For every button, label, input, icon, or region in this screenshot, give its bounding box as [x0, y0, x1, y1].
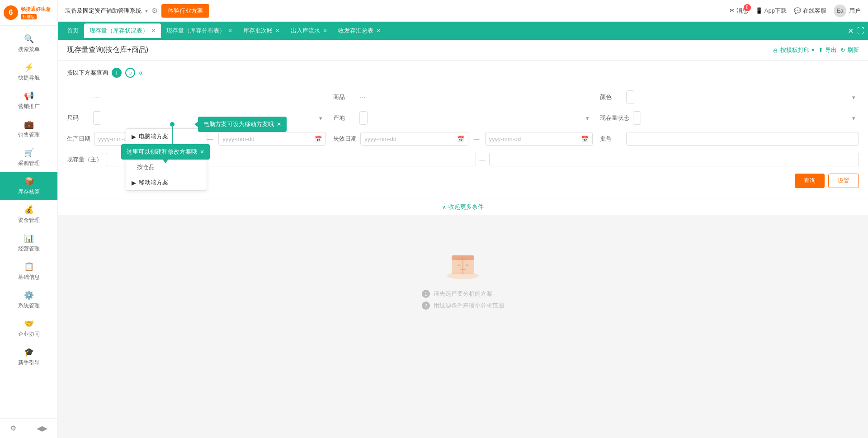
origin-label: 产地	[333, 114, 356, 122]
batch-label: 批号	[600, 135, 623, 143]
tab-home[interactable]: 首页	[61, 27, 84, 35]
export-btn[interactable]: ⬆ 导出	[818, 46, 837, 54]
product-label: 商品	[333, 93, 356, 101]
sidebar-bottom: ⚙ ◀▶	[0, 418, 57, 438]
tab-close-1[interactable]: ✕	[228, 28, 232, 34]
sidebar-item-purchase[interactable]: 🛒 采购管理	[0, 143, 57, 172]
user-menu[interactable]: Ea 用户	[834, 5, 861, 17]
filter-origin: 产地	[333, 111, 592, 125]
connector-line	[172, 127, 173, 145]
color-select[interactable]	[626, 90, 634, 104]
sidebar-item-quicknav[interactable]: ⚡ 快捷导航	[0, 58, 57, 86]
online-service-btn[interactable]: 💬 在线客服	[794, 7, 826, 15]
sidebar-item-inventory[interactable]: 📦 库存核算	[0, 172, 57, 200]
print-icon: 🖨	[773, 47, 778, 53]
sidebar-item-search[interactable]: 🔍 搜索菜单	[0, 29, 57, 58]
message-btn[interactable]: ✉ 消息 8	[730, 7, 748, 15]
tooltip-close-top[interactable]: ✕	[277, 121, 281, 127]
settings-gear-icon[interactable]: ⚙	[151, 6, 158, 15]
empty-state: 1 请先选择要分析的方案 2 用过滤条件来缩小分析范围	[58, 215, 868, 337]
sidebar-item-marketing[interactable]: 📢 营销推广	[0, 86, 57, 115]
filter-exp-date: 失效日期 yyyy-mm-dd 📅 — yyyy-mm-dd 📅	[333, 132, 592, 146]
tab-batch-ledger[interactable]: 库存批次账 ✕	[238, 24, 285, 38]
mfg-date-label: 生产日期	[67, 135, 90, 143]
sidebar-item-operations[interactable]: 📊 经营管理	[0, 229, 57, 257]
sidebar-item-finance[interactable]: 💰 资金管理	[0, 200, 57, 229]
tooltip-create-scheme-wrapper: 这里可以创建和修改方案哦 ✕	[121, 144, 210, 160]
print-btn[interactable]: 🖨 按模板打印 ▾	[773, 46, 815, 54]
system-icon: ⚙️	[24, 290, 34, 300]
connector-dot-top	[170, 122, 175, 127]
sidebar-item-basicinfo[interactable]: 📋 基础信息	[0, 257, 57, 286]
batch-input[interactable]	[626, 132, 859, 146]
svg-rect-4	[458, 258, 468, 260]
close-all-tabs-icon[interactable]: ✕	[848, 27, 854, 35]
origin-select[interactable]	[359, 111, 368, 125]
basicinfo-icon: 📋	[24, 262, 34, 272]
tooltip-pc-to-mobile-wrapper: 电脑方案可设为移动方案哦 ✕	[198, 117, 287, 132]
stock-status-select[interactable]	[633, 111, 641, 125]
sidebar-item-sales[interactable]: 💼 销售管理	[0, 115, 57, 143]
sidebar-item-guide[interactable]: 🎓 新手引导	[0, 343, 57, 371]
empty-steps: 1 请先选择要分析的方案 2 用过滤条件来缩小分析范围	[422, 290, 504, 310]
tab-close-2[interactable]: ✕	[275, 28, 280, 34]
tab-summary[interactable]: 收发存汇总表 ✕	[333, 24, 386, 38]
edit-scheme-btn[interactable]: ○	[125, 68, 135, 78]
refresh-btn[interactable]: ↻ 刷新	[840, 46, 859, 54]
reset-btn[interactable]: 设置	[828, 174, 859, 188]
product-dots[interactable]: ···	[359, 93, 365, 101]
tab-close-3[interactable]: ✕	[323, 28, 327, 34]
system-dropdown-icon[interactable]: ▾	[145, 8, 148, 14]
add-scheme-btn[interactable]: +	[112, 68, 122, 78]
mfg-date-to[interactable]: yyyy-mm-dd 📅	[218, 132, 326, 146]
filter-row-2: 尺码 产地	[67, 108, 859, 128]
finance-icon: 💰	[24, 205, 34, 215]
exp-date-from[interactable]: yyyy-mm-dd 📅	[360, 132, 468, 146]
tab-inventory-status[interactable]: 现存量（库存状况表） ✕	[84, 24, 161, 38]
tab-flow[interactable]: 出入库流水 ✕	[285, 24, 333, 38]
back-btn[interactable]: «	[139, 69, 143, 77]
tab-inventory-dist[interactable]: 现存量（库存分布表） ✕	[161, 24, 238, 38]
collapse-icon: ∧	[442, 204, 447, 211]
empty-box-svg	[440, 242, 486, 283]
scheme-item-pc[interactable]: ▶ 电脑端方案	[126, 129, 207, 144]
fullscreen-icon[interactable]: ⛶	[857, 27, 864, 35]
user-name: 用户	[849, 7, 861, 15]
window-controls: ✕ ⛶	[848, 27, 864, 35]
settings-bottom-icon[interactable]: ⚙	[10, 424, 16, 433]
empty-step-1: 1 请先选择要分析的方案	[422, 290, 504, 298]
size-select[interactable]	[93, 111, 101, 125]
tab-close-0[interactable]: ✕	[151, 28, 156, 34]
app-download-btn[interactable]: 📱 App下载	[755, 7, 787, 15]
tooltip-pc-to-mobile: 电脑方案可设为移动方案哦 ✕	[198, 117, 287, 132]
tooltip-arrow-down	[163, 160, 168, 163]
print-dropdown-icon: ▾	[811, 47, 815, 53]
svg-point-5	[458, 264, 460, 266]
calendar-icon-exp-to: 📅	[581, 136, 589, 142]
system-title: 装备及固定资产辅助管理系统	[65, 7, 142, 15]
exp-date-to[interactable]: yyyy-mm-dd 📅	[485, 132, 593, 146]
query-btn[interactable]: 查询	[795, 174, 825, 188]
industry-btn[interactable]: 体验行业方案	[161, 4, 209, 18]
filter-product: 商品 ···	[333, 90, 592, 104]
sidebar-nav: 🔍 搜索菜单 ⚡ 快捷导航 📢 营销推广 💼 销售管理 🛒 采购管理 📦	[0, 26, 57, 418]
step-num-1: 1	[422, 290, 430, 298]
collapse-bar[interactable]: ∧ 收起更多条件	[58, 199, 868, 215]
filter-stock-status: 现存量状态	[600, 111, 859, 125]
step-num-2: 2	[422, 301, 430, 310]
stock-qty-to[interactable]	[489, 153, 859, 166]
collab-icon: 🤝	[24, 319, 34, 329]
size-label: 尺码	[67, 114, 90, 122]
filter-warehouse: ···	[67, 90, 326, 104]
tooltip-close-bottom[interactable]: ✕	[200, 149, 204, 155]
scheme-item-mobile[interactable]: ▶ 移动端方案	[126, 175, 207, 190]
sidebar-item-system[interactable]: ⚙️ 系统管理	[0, 286, 57, 314]
logo-area: 6 畅捷通好生意 标准版	[0, 0, 57, 26]
origin-select-wrapper	[359, 111, 592, 125]
marketing-icon: 📢	[24, 91, 34, 101]
empty-illustration	[440, 242, 486, 283]
collapse-sidebar-icon[interactable]: ◀▶	[37, 424, 47, 433]
sidebar-item-collab[interactable]: 🤝 企业协同	[0, 314, 57, 343]
warehouse-dots[interactable]: ···	[93, 93, 99, 101]
tab-close-4[interactable]: ✕	[376, 28, 381, 34]
